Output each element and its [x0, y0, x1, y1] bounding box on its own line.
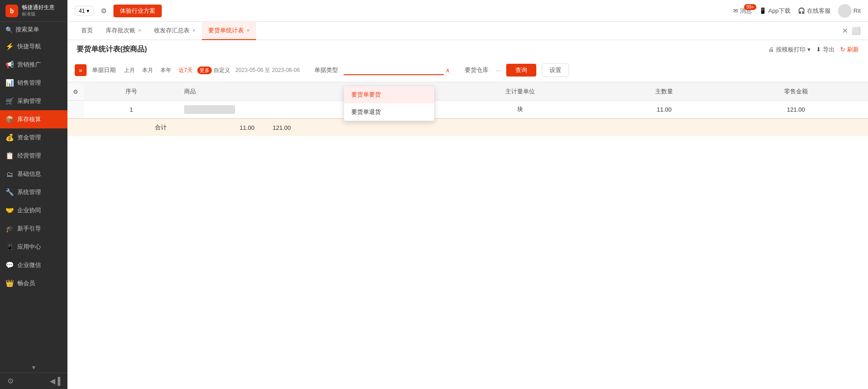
type-filter-container: ∧ 要货单要货要货单退货: [344, 66, 450, 75]
operations-icon: 📋: [5, 152, 14, 160]
sidebar: b 畅捷通好生意 标准版 🔍 搜索菜单 ⚡快捷导航📢营销推广📊销售管理🛒采购管理…: [0, 0, 67, 389]
sidebar-item-label: 资金管理: [17, 133, 41, 142]
footer-label-cell: 合计: [155, 123, 167, 132]
sidebar-item-label: 库存核算: [17, 115, 41, 123]
member-icon: 👑: [5, 279, 14, 287]
export-label: 导出: [823, 46, 835, 54]
tab-label: 要货单统计表: [208, 26, 244, 35]
date-btn-cur-year[interactable]: 本年: [158, 66, 174, 75]
filter-bar: » 单据日期 上月 本月 本年 近7天 更多 自定义 2023-05-06 至 …: [67, 59, 868, 82]
inventory-icon: 📦: [5, 115, 14, 123]
page-title: 要货单统计表(按商品): [77, 45, 147, 59]
settings-icon[interactable]: ⚙: [7, 377, 14, 385]
sidebar-item-collab[interactable]: 🤝企业协同: [0, 201, 67, 220]
marketing-icon: 📢: [5, 61, 14, 69]
tab-close-requisition[interactable]: ×: [247, 28, 250, 33]
date-range-display: 2023-05-06 至 2023-06-06: [236, 67, 300, 74]
tabs-window-controls: ✕ ⬜: [842, 26, 861, 35]
sidebar-item-guide[interactable]: 🎓新手引导: [0, 220, 67, 238]
sidebar-item-label: 营销推广: [17, 61, 41, 69]
sidebar-item-appstore[interactable]: 📱应用中心: [0, 238, 67, 256]
tab-label: 收发存汇总表: [154, 26, 190, 35]
collapse-icon[interactable]: ◀▐: [50, 377, 60, 385]
date-btn-prev-month[interactable]: 上月: [121, 66, 138, 75]
logo-sub: 标准版: [22, 11, 55, 17]
industry-btn[interactable]: 体验行业方案: [113, 5, 162, 17]
message-btn[interactable]: ✉ 消息 99+: [733, 7, 752, 15]
system-icon: 🔧: [5, 188, 14, 196]
type-input[interactable]: [344, 66, 444, 75]
sidebar-item-basic[interactable]: 🗂基础信息: [0, 165, 67, 183]
query-btn[interactable]: 查询: [506, 64, 536, 77]
online-service-btn[interactable]: 🎧 在线客服: [798, 7, 831, 15]
tab-receivables[interactable]: 收发存汇总表×: [148, 22, 202, 40]
data-table: ⚙ 序号 商品 主计量单位 主数量 零售金额 1 ██████ ████ 块 1…: [67, 83, 868, 118]
sidebar-item-sales[interactable]: 📊销售管理: [0, 74, 67, 92]
warehouse-more-btn[interactable]: ···: [496, 67, 501, 74]
print-arrow: ▾: [807, 46, 811, 53]
type-dropdown-arrow[interactable]: ∧: [446, 67, 450, 74]
th-config[interactable]: ⚙: [67, 83, 84, 101]
date-label: 单据日期: [92, 66, 116, 74]
sidebar-item-member[interactable]: 👑畅会员: [0, 274, 67, 292]
logo: b 畅捷通好生意 标准版: [0, 0, 67, 22]
app-download-btn[interactable]: 📱 App下载: [759, 7, 791, 15]
date-btn-7days[interactable]: 近7天: [176, 66, 195, 75]
sidebar-item-label: 快捷导航: [17, 42, 41, 51]
sidebar-item-label: 销售管理: [17, 79, 41, 87]
sidebar-item-operations[interactable]: 📋经营管理: [0, 147, 67, 165]
td-unit: 块: [436, 101, 605, 118]
th-quantity: 主数量: [605, 83, 724, 101]
sidebar-item-marketing[interactable]: 📢营销推广: [0, 56, 67, 74]
td-quantity: 11.00: [605, 101, 724, 118]
td-sales-amount: 121.00: [724, 101, 868, 118]
th-sales-amount: 零售金额: [724, 83, 868, 101]
tab-close-inventory-batch[interactable]: ×: [138, 28, 141, 33]
top-header: 41 ▾ ⚙ 体验行业方案 ✉ 消息 99+ 📱 App下载 🎧 在线客服: [67, 0, 868, 22]
window-expand-btn[interactable]: ⬜: [852, 26, 861, 35]
sidebar-item-purchase[interactable]: 🛒采购管理: [0, 92, 67, 110]
print-btn[interactable]: 🖨 按模板打印 ▾: [768, 46, 811, 54]
tab-home[interactable]: 首页: [75, 22, 99, 40]
gear-icon: ⚙: [101, 7, 107, 15]
logo-icon: b: [5, 5, 18, 17]
sidebar-item-quick-nav[interactable]: ⚡快捷导航: [0, 37, 67, 56]
footer-sales-amount: 121.00: [273, 124, 291, 131]
date-more-badge[interactable]: 更多: [197, 67, 212, 74]
logo-text: 畅捷通好生意: [22, 4, 55, 11]
footer-amount-cell: 121.00: [273, 124, 291, 131]
tab-inventory-batch[interactable]: 库存批次账×: [99, 22, 148, 40]
table-row: 1 ██████ ████ 块 11.00 121.00: [67, 101, 868, 118]
footer-quantity: 11.00: [240, 124, 255, 131]
sidebar-item-label: 采购管理: [17, 97, 41, 105]
sidebar-item-label: 企业协同: [17, 206, 41, 215]
sidebar-item-inventory[interactable]: 📦库存核算: [0, 110, 67, 128]
user-avatar[interactable]: Rit: [838, 4, 861, 18]
filter-expand-btn[interactable]: »: [75, 64, 87, 76]
tab-label: 库存批次账: [106, 26, 135, 35]
sidebar-item-label: 基础信息: [17, 170, 41, 178]
date-btn-cur-month[interactable]: 本月: [139, 66, 156, 75]
header-right: ✉ 消息 99+ 📱 App下载 🎧 在线客服 Rit: [733, 4, 861, 18]
sidebar-item-system[interactable]: 🔧系统管理: [0, 183, 67, 201]
dropdown-item-requisition-return[interactable]: 要货单退货: [344, 103, 434, 121]
date-custom-btn[interactable]: 自定义: [214, 67, 230, 74]
refresh-btn[interactable]: ↻ 刷新: [840, 46, 859, 54]
tab-requisition[interactable]: 要货单统计表×: [202, 22, 256, 40]
settings-filter-btn[interactable]: 设置: [542, 63, 569, 77]
window-close-btn[interactable]: ✕: [842, 26, 848, 35]
main-area: 41 ▾ ⚙ 体验行业方案 ✉ 消息 99+ 📱 App下载 🎧 在线客服: [67, 0, 868, 389]
sidebar-item-finance[interactable]: 💰资金管理: [0, 128, 67, 147]
store-dropdown-icon: ▾: [87, 8, 89, 14]
tab-close-receivables[interactable]: ×: [192, 28, 195, 33]
export-icon: ⬇: [816, 46, 821, 53]
export-btn[interactable]: ⬇ 导出: [816, 46, 835, 54]
refresh-label: 刷新: [847, 46, 859, 54]
td-spacer: [67, 101, 84, 118]
search-menu[interactable]: 🔍 搜索菜单: [0, 22, 67, 37]
dropdown-item-requisition-order[interactable]: 要货单要货: [344, 86, 434, 103]
sidebar-item-wechat[interactable]: 💬企业微信: [0, 256, 67, 274]
store-gear-btn[interactable]: ⚙: [97, 5, 110, 17]
sidebar-scroll-down[interactable]: ▼: [0, 363, 67, 373]
store-selector[interactable]: 41 ▾: [75, 6, 93, 16]
